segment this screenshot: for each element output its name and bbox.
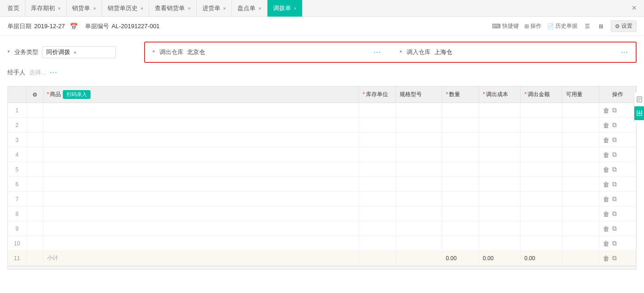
row-cost[interactable] (479, 147, 521, 162)
delete-row-icon[interactable]: 🗑 (603, 136, 609, 144)
business-type-select[interactable]: 同价调拨 ▾ (42, 46, 116, 58)
row-qty[interactable] (442, 207, 479, 221)
warehouse-out-more-button[interactable]: ··· (374, 48, 381, 56)
copy-row-icon[interactable]: ⧉ (612, 239, 617, 247)
row-spec[interactable] (396, 162, 442, 177)
row-amount[interactable] (521, 103, 562, 118)
close-tab-sales-history[interactable]: × (140, 6, 143, 11)
row-amount[interactable] (521, 162, 562, 177)
row-unit[interactable] (359, 207, 396, 221)
warehouse-in-value[interactable]: 上海仓 (434, 48, 452, 56)
row-cost[interactable] (479, 177, 521, 192)
copy-row-icon[interactable]: ⧉ (612, 210, 617, 218)
shortcuts-action[interactable]: ⌨ 快捷键 (492, 22, 519, 30)
tab-sales-order[interactable]: 销货单 × (67, 0, 102, 17)
delete-row-icon[interactable]: 🗑 (603, 210, 609, 218)
tab-sales-history[interactable]: 销货单历史 × (102, 0, 149, 17)
row-spec[interactable] (396, 221, 442, 236)
scan-button[interactable]: 扫码录入 (63, 90, 91, 99)
row-cost[interactable] (479, 118, 521, 133)
copy-row-icon[interactable]: ⧉ (612, 180, 617, 188)
row-spec[interactable] (396, 103, 442, 118)
row-unit[interactable] (359, 236, 396, 251)
row-cost[interactable] (479, 236, 521, 251)
close-tab-inventory[interactable]: × (258, 6, 261, 11)
row-goods[interactable] (43, 221, 359, 236)
row-cost[interactable] (479, 103, 521, 118)
row-amount[interactable] (521, 147, 562, 162)
column-settings-icon[interactable]: ⚙ (32, 92, 37, 98)
delete-row-icon[interactable]: 🗑 (603, 181, 609, 188)
delete-row-icon[interactable]: 🗑 (603, 122, 609, 129)
row-goods[interactable] (43, 103, 359, 118)
row-qty[interactable] (442, 118, 479, 133)
row-goods[interactable] (43, 207, 359, 221)
delete-row-icon[interactable]: 🗑 (603, 240, 609, 247)
row-spec[interactable] (396, 207, 442, 221)
copy-row-icon[interactable]: ⧉ (612, 121, 617, 129)
row-goods[interactable] (43, 192, 359, 207)
horizontal-scrollbar[interactable] (7, 266, 637, 270)
warehouse-in-more-button[interactable]: ··· (621, 48, 628, 56)
tab-transfer[interactable]: 调拨单 × (267, 0, 303, 17)
row-unit[interactable] (359, 162, 396, 177)
tab-inventory[interactable]: 盘点单 × (232, 0, 267, 17)
calendar-icon[interactable]: 📅 (70, 23, 78, 30)
row-qty[interactable] (442, 236, 479, 251)
close-tab-sales[interactable]: × (93, 6, 96, 11)
row-unit[interactable] (359, 221, 396, 236)
row-unit[interactable] (359, 177, 396, 192)
layout-grid-icon[interactable]: ⊞ (597, 22, 605, 31)
global-close-button[interactable]: × (626, 3, 642, 13)
row-amount[interactable] (521, 207, 562, 221)
row-cost[interactable] (479, 221, 521, 236)
row-amount[interactable] (521, 192, 562, 207)
row-goods[interactable] (43, 118, 359, 133)
row-qty[interactable] (442, 133, 479, 147)
copy-row-icon[interactable]: ⧉ (612, 225, 617, 232)
row-amount[interactable] (521, 133, 562, 147)
close-tab-purchase[interactable]: × (223, 6, 226, 11)
delete-row-icon[interactable]: 🗑 (603, 225, 609, 232)
tab-purchase[interactable]: 进货单 × (197, 0, 232, 17)
row-qty[interactable] (442, 192, 479, 207)
row-amount[interactable] (521, 236, 562, 251)
person-select[interactable]: 选择... (29, 68, 46, 77)
row-spec[interactable] (396, 177, 442, 192)
row-unit[interactable] (359, 192, 396, 207)
close-tab-inventory-init[interactable]: × (58, 6, 61, 11)
history-action[interactable]: 📄 历史单据 (547, 22, 577, 30)
settings-button[interactable]: ⚙ 设置 (611, 20, 637, 32)
row-spec[interactable] (396, 236, 442, 251)
copy-row-icon[interactable]: ⧉ (612, 195, 617, 203)
row-goods[interactable] (43, 147, 359, 162)
row-amount[interactable] (521, 118, 562, 133)
copy-row-icon[interactable]: ⧉ (612, 165, 617, 173)
row-qty[interactable] (442, 147, 479, 162)
tab-inventory-init[interactable]: 库存期初 × (25, 0, 67, 17)
row-qty[interactable] (442, 162, 479, 177)
row-spec[interactable] (396, 147, 442, 162)
warehouse-out-value[interactable]: 北京仓 (187, 48, 205, 56)
tab-home[interactable]: 首页 (2, 0, 25, 17)
row-unit[interactable] (359, 118, 396, 133)
row-qty[interactable] (442, 177, 479, 192)
row-goods[interactable] (43, 177, 359, 192)
copy-row-icon[interactable]: ⧉ (612, 136, 617, 144)
panel-export-icon[interactable] (634, 106, 644, 120)
row-cost[interactable] (479, 192, 521, 207)
delete-row-icon[interactable]: 🗑 (603, 151, 609, 159)
th-settings[interactable]: ⚙ (26, 86, 43, 103)
close-tab-view-sales[interactable]: × (188, 6, 190, 11)
row-cost[interactable] (479, 162, 521, 177)
row-amount[interactable] (521, 177, 562, 192)
delete-icon[interactable]: 🗑 (603, 255, 609, 262)
person-more-button[interactable]: ··· (50, 68, 57, 77)
date-value[interactable]: 2019-12-27 (34, 23, 65, 30)
row-qty[interactable] (442, 221, 479, 236)
delete-row-icon[interactable]: 🗑 (603, 195, 609, 203)
row-amount[interactable] (521, 221, 562, 236)
row-goods[interactable] (43, 133, 359, 147)
row-unit[interactable] (359, 147, 396, 162)
close-tab-transfer[interactable]: × (294, 6, 297, 11)
